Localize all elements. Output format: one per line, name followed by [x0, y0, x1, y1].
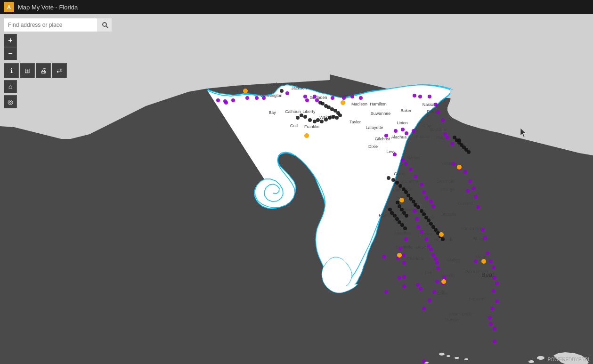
search-input[interactable]	[4, 18, 98, 32]
svg-point-126	[382, 255, 386, 259]
svg-point-154	[434, 257, 438, 261]
svg-point-3	[455, 357, 459, 359]
layer-button[interactable]: ⊞	[20, 63, 35, 78]
svg-point-159	[428, 299, 431, 302]
svg-point-136	[393, 153, 397, 156]
svg-point-90	[443, 132, 447, 136]
svg-point-108	[492, 289, 496, 293]
svg-point-127	[419, 287, 422, 291]
svg-point-180	[296, 116, 300, 120]
svg-text:Charlotte: Charlotte	[407, 256, 424, 261]
svg-point-209	[393, 214, 397, 218]
svg-point-124	[398, 247, 402, 251]
svg-text:Lafayette: Lafayette	[366, 125, 383, 130]
search-button[interactable]	[98, 18, 112, 32]
svg-point-128	[416, 283, 420, 287]
svg-point-227	[457, 165, 462, 170]
svg-point-179	[300, 113, 303, 117]
svg-point-100	[476, 205, 480, 209]
svg-point-97	[471, 186, 475, 190]
svg-point-155	[435, 261, 439, 265]
svg-text:Liberty: Liberty	[302, 109, 316, 114]
svg-text:Osceola: Osceola	[440, 212, 456, 217]
svg-point-196	[429, 222, 433, 226]
svg-point-103	[486, 251, 489, 255]
svg-text:Gulf: Gulf	[290, 123, 298, 128]
svg-point-87	[434, 103, 438, 106]
svg-point-93	[452, 162, 455, 166]
location-button[interactable]: ◎	[4, 95, 17, 108]
zoom-controls: + −	[4, 34, 112, 60]
svg-point-105	[492, 266, 496, 269]
zoom-out-button[interactable]: −	[4, 47, 17, 60]
svg-point-149	[420, 230, 423, 234]
svg-point-220	[467, 150, 471, 154]
svg-point-228	[481, 259, 486, 264]
svg-text:Suwannee: Suwannee	[371, 111, 391, 116]
svg-point-203	[398, 204, 401, 208]
svg-point-210	[395, 217, 399, 221]
svg-point-4	[464, 358, 468, 360]
svg-point-115	[422, 359, 426, 363]
svg-point-78	[315, 98, 319, 102]
svg-point-133	[401, 128, 405, 131]
svg-point-2	[447, 355, 450, 357]
svg-point-118	[402, 253, 406, 257]
svg-text:Hamilton: Hamilton	[370, 102, 387, 106]
svg-point-101	[481, 228, 485, 232]
print-button[interactable]: 🖨	[36, 63, 51, 78]
svg-text:Holmes: Holmes	[271, 82, 285, 87]
svg-point-75	[285, 91, 289, 95]
svg-point-68	[216, 98, 220, 102]
svg-point-119	[404, 237, 408, 241]
svg-point-175	[316, 118, 320, 122]
svg-point-208	[390, 211, 394, 215]
zoom-in-button[interactable]: +	[4, 34, 17, 47]
svg-point-211	[398, 220, 401, 224]
svg-point-201	[441, 237, 445, 241]
svg-point-222	[243, 89, 248, 93]
svg-point-174	[320, 120, 324, 123]
svg-point-72	[262, 96, 266, 100]
svg-point-186	[404, 190, 408, 194]
svg-text:Sumter: Sumter	[405, 179, 418, 184]
svg-point-189	[412, 200, 415, 203]
app-icon: A	[4, 2, 14, 12]
svg-text:St. Lucie: St. Lucie	[473, 236, 489, 241]
svg-point-223	[304, 133, 309, 138]
svg-point-111	[488, 316, 492, 320]
svg-point-135	[384, 134, 388, 138]
svg-point-89	[441, 118, 445, 122]
svg-text:Bay: Bay	[268, 110, 276, 115]
svg-point-206	[405, 214, 408, 218]
svg-point-139	[409, 168, 413, 171]
svg-point-150	[424, 237, 428, 241]
svg-point-76	[303, 95, 307, 98]
share-button[interactable]: ⇄	[52, 63, 67, 78]
svg-point-178	[303, 115, 307, 119]
svg-point-91	[446, 136, 449, 139]
tool-buttons: ℹ ⊞ 🖨 ⇄	[4, 63, 112, 78]
svg-point-106	[493, 276, 496, 280]
svg-point-221	[457, 138, 461, 142]
svg-point-195	[427, 218, 431, 222]
svg-text:St. Johns: St. Johns	[429, 127, 447, 132]
svg-text:Alachua: Alachua	[391, 135, 407, 139]
home-button[interactable]: ⌂	[4, 80, 17, 93]
svg-point-144	[429, 200, 433, 203]
titlebar: A Map My Vote - Florida	[0, 0, 593, 14]
svg-point-160	[422, 307, 426, 310]
svg-point-166	[330, 107, 334, 111]
svg-point-113	[493, 327, 496, 331]
svg-text:Orange: Orange	[440, 187, 455, 192]
svg-point-142	[422, 190, 426, 194]
svg-point-169	[338, 113, 342, 117]
svg-point-112	[489, 322, 493, 326]
svg-text:Martin: Martin	[475, 254, 487, 259]
svg-point-104	[489, 259, 493, 263]
svg-point-151	[427, 244, 431, 248]
svg-point-204	[400, 208, 404, 211]
info-button[interactable]: ℹ	[4, 63, 19, 78]
svg-point-148	[416, 225, 420, 229]
svg-point-134	[394, 129, 398, 133]
